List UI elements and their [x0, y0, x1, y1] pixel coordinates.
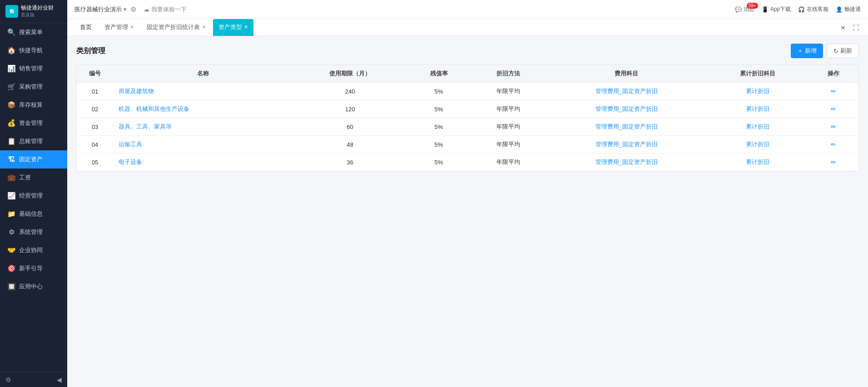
edit-icon[interactable]: ✏	[831, 88, 836, 95]
sidebar-item-purchase[interactable]: 🛒 采购管理	[0, 78, 67, 96]
sidebar-item-app-center[interactable]: 🔲 应用中心	[0, 278, 67, 296]
cell-action[interactable]: ✏	[808, 154, 858, 171]
system-icon: ⚙	[7, 228, 15, 236]
sidebar-nav: 🔍 搜索菜单 🏠 快捷导航 📊 销售管理 🛒 采购管理 📦 库存核算 💰 资金管…	[0, 23, 67, 372]
edit-icon[interactable]: ✏	[831, 159, 836, 166]
sidebar-item-sales[interactable]: 📊 销售管理	[0, 60, 67, 78]
sales-icon: 📊	[7, 64, 15, 73]
tab-close-asset-mgmt[interactable]: ✕	[130, 24, 134, 30]
tabs-bar: 首页 资产管理 ✕ 固定资产折旧统计表 ✕ 资产类型 ✕ ✕ ⛶	[67, 19, 868, 36]
cell-action[interactable]: ✏	[808, 136, 858, 154]
search-icon: 🔍	[7, 28, 15, 36]
page-title: 类别管理	[76, 46, 105, 56]
salary-icon: 💼	[7, 174, 15, 182]
cell-fee-subject: 管理费用_固定资产折旧	[546, 118, 707, 136]
sidebar-item-ledger[interactable]: 📋 总账管理	[0, 132, 67, 150]
new-btn[interactable]: ＋ 新增	[791, 44, 823, 58]
inventory-icon: 📦	[7, 101, 15, 109]
cell-code: 03	[77, 118, 113, 136]
window-controls: ✕ ⛶	[838, 23, 861, 33]
settings-icon[interactable]: ⚙	[5, 376, 11, 383]
expand-window-btn[interactable]: ⛶	[851, 23, 861, 33]
asset-mgmt-tab-label: 资产管理	[104, 23, 128, 31]
refresh-icon: ↻	[833, 48, 838, 55]
edit-icon[interactable]: ✏	[831, 105, 836, 113]
cell-accum-subject: 累计折旧	[707, 118, 808, 136]
cell-fee-subject: 管理费用_固定资产折旧	[546, 100, 707, 118]
cloud-icon: ☁	[144, 6, 149, 13]
cell-method: 年限平均	[470, 118, 546, 136]
cell-fee-subject: 管理费用_固定资产折旧	[546, 154, 707, 171]
edit-icon[interactable]: ✏	[831, 141, 836, 148]
tab-asset-mgmt[interactable]: 资产管理 ✕	[99, 19, 139, 36]
cell-method: 年限平均	[470, 154, 546, 171]
cell-method: 年限平均	[470, 100, 546, 118]
table-body: 01 房屋及建筑物 240 5% 年限平均 管理费用_固定资产折旧 累计折旧 ✏…	[77, 83, 858, 171]
sidebar-item-enterprise[interactable]: 🤝 企业协同	[0, 241, 67, 259]
sidebar-item-system[interactable]: ⚙ 系统管理	[0, 223, 67, 241]
cell-residual: 5%	[407, 154, 470, 171]
cell-code: 02	[77, 100, 113, 118]
category-table: 编号 名称 使用期限（月） 残值率 折旧方法 费用科目 累计折旧科目 操作 01…	[77, 65, 858, 171]
sidebar-item-operations[interactable]: 📈 经营管理	[0, 187, 67, 205]
sidebar-item-guide[interactable]: 🎯 新手引导	[0, 259, 67, 278]
sidebar-item-search[interactable]: 🔍 搜索菜单	[0, 23, 67, 41]
cell-period: 36	[293, 154, 407, 171]
cell-accum-subject: 累计折旧	[707, 136, 808, 154]
gear-icon[interactable]: ⚙	[130, 5, 136, 14]
collapse-icon[interactable]: ◀	[57, 376, 62, 383]
edit-icon[interactable]: ✏	[831, 123, 836, 130]
cell-residual: 5%	[407, 100, 470, 118]
app-center-icon: 🔲	[7, 283, 15, 291]
refresh-btn[interactable]: ↻ 刷新	[827, 44, 859, 58]
funds-icon: 💰	[7, 119, 15, 127]
sidebar-item-inventory[interactable]: 📦 库存核算	[0, 96, 67, 114]
cell-name: 器具、工具、家具等	[113, 118, 293, 136]
main-area: 医疗器械行业演示 ▾ ⚙ ☁ 我要体验一下 💬 消息 99+ 📱 App下载 🎧…	[67, 0, 868, 387]
page-header: 类别管理 ＋ 新增 ↻ 刷新	[76, 44, 859, 58]
sidebar-item-salary[interactable]: 💼 工资	[0, 169, 67, 187]
user-btn[interactable]: 👤 畅捷通	[836, 5, 861, 13]
cell-fee-subject: 管理费用_固定资产折旧	[546, 136, 707, 154]
tab-home[interactable]: 首页	[74, 19, 97, 36]
app-download-btn[interactable]: 📱 App下载	[762, 5, 791, 13]
sidebar-item-fixed-asset[interactable]: 🏗 固定资产	[0, 150, 67, 169]
fixed-asset-stats-tab-label: 固定资产折旧统计表	[147, 23, 200, 31]
cell-residual: 5%	[407, 83, 470, 100]
close-window-btn[interactable]: ✕	[838, 23, 848, 33]
cell-action[interactable]: ✏	[808, 83, 858, 100]
cell-accum-subject: 累计折旧	[707, 100, 808, 118]
cell-accum-subject: 累计折旧	[707, 83, 808, 100]
cell-period: 48	[293, 136, 407, 154]
sidebar-item-basic-info[interactable]: 📁 基础信息	[0, 205, 67, 223]
table-row: 01 房屋及建筑物 240 5% 年限平均 管理费用_固定资产折旧 累计折旧 ✏	[77, 83, 858, 100]
tab-fixed-asset-stats[interactable]: 固定资产折旧统计表 ✕	[141, 19, 211, 36]
cell-code: 01	[77, 83, 113, 100]
operations-icon: 📈	[7, 192, 15, 200]
sidebar-item-quick-nav[interactable]: 🏠 快捷导航	[0, 41, 67, 60]
company-selector[interactable]: 医疗器械行业演示 ▾	[74, 5, 127, 14]
online-service-btn[interactable]: 🎧 在线客服	[798, 5, 828, 13]
message-badge: 99+	[747, 3, 758, 9]
tab-close-asset-type[interactable]: ✕	[244, 24, 248, 30]
cell-residual: 5%	[407, 118, 470, 136]
message-btn[interactable]: 💬 消息 99+	[735, 5, 754, 13]
avatar-icon: 👤	[836, 6, 843, 13]
tab-close-fixed-asset-stats[interactable]: ✕	[202, 24, 206, 30]
cell-action[interactable]: ✏	[808, 100, 858, 118]
cell-name: 机器、机械和其他生产设备	[113, 100, 293, 118]
experience-btn[interactable]: ☁ 我要体验一下	[144, 5, 187, 14]
sidebar-item-funds[interactable]: 💰 资金管理	[0, 114, 67, 132]
table-row: 03 器具、工具、家具等 60 5% 年限平均 管理费用_固定资产折旧 累计折旧…	[77, 118, 858, 136]
page-actions: ＋ 新增 ↻ 刷新	[791, 44, 859, 58]
cell-fee-subject: 管理费用_固定资产折旧	[546, 83, 707, 100]
col-accum-subject: 累计折旧科目	[707, 65, 808, 83]
table-row: 04 运输工具 48 5% 年限平均 管理费用_固定资产折旧 累计折旧 ✏	[77, 136, 858, 154]
tab-asset-type[interactable]: 资产类型 ✕	[213, 19, 253, 36]
enterprise-icon: 🤝	[7, 246, 15, 254]
cell-name: 房屋及建筑物	[113, 83, 293, 100]
service-icon: 🎧	[798, 6, 805, 13]
cell-accum-subject: 累计折旧	[707, 154, 808, 171]
cell-action[interactable]: ✏	[808, 118, 858, 136]
logo-text: 畅捷通好业财 普及版	[21, 5, 54, 18]
